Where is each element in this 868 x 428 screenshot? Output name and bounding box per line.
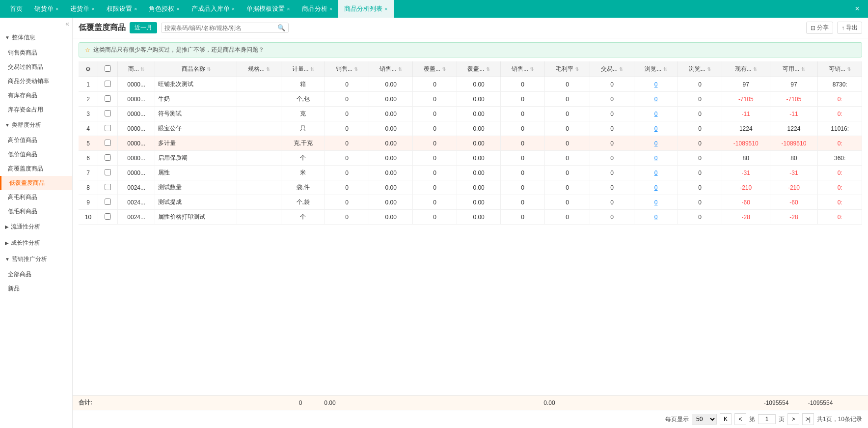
row-view1[interactable]: 0 — [634, 92, 678, 107]
per-page-select[interactable]: 50 20 100 200 — [692, 414, 717, 425]
prev-page-button[interactable]: < — [734, 413, 746, 425]
sidebar-item-in-stock[interactable]: 有库存商品 — [0, 88, 72, 103]
row-view1[interactable]: 0 — [634, 180, 678, 195]
row-select-checkbox[interactable] — [105, 154, 111, 161]
export-button[interactable]: ↑ 导出 — [837, 22, 862, 34]
col-current[interactable]: 现有... ⇅ — [722, 61, 770, 77]
select-all-checkbox[interactable] — [105, 65, 111, 72]
row-select-checkbox[interactable] — [105, 95, 111, 102]
row-select-checkbox[interactable] — [105, 213, 111, 220]
row-view1[interactable]: 0 — [634, 166, 678, 180]
sidebar-item-category-rate[interactable]: 商品分类动销率 — [0, 74, 72, 88]
row-checkbox[interactable] — [98, 151, 118, 166]
search-input[interactable] — [164, 25, 277, 31]
row-view1[interactable]: 0 — [634, 151, 678, 166]
nav-product-analysis-close[interactable]: × — [329, 6, 332, 12]
row-current: -1089510 — [722, 136, 770, 151]
nav-products-entry-close[interactable]: × — [232, 6, 235, 12]
sidebar-item-traded-products[interactable]: 交易过的商品 — [0, 60, 72, 74]
col-cover1[interactable]: 覆盖... ⇅ — [413, 61, 457, 77]
col-trade[interactable]: 交易... ⇅ — [590, 61, 634, 77]
col-code[interactable]: 商... ⇅ — [118, 61, 155, 77]
next-page-button[interactable]: > — [787, 413, 799, 425]
col-saleable[interactable]: 可销... ⇅ — [818, 61, 862, 77]
col-checkbox[interactable] — [98, 61, 118, 77]
row-checkbox[interactable] — [98, 166, 118, 180]
sidebar-item-sales-products[interactable]: 销售类商品 — [0, 46, 72, 60]
sidebar-item-inventory-capital[interactable]: 库存资金占用 — [0, 103, 72, 117]
col-spec[interactable]: 规格... ⇅ — [237, 61, 281, 77]
row-select-checkbox[interactable] — [105, 199, 111, 205]
nav-template-settings[interactable]: 单据模板设置 × — [241, 0, 296, 18]
col-sale-amount[interactable]: 销售... ⇅ — [369, 61, 412, 77]
col-view1[interactable]: 浏览... ⇅ — [634, 61, 678, 77]
nav-sales[interactable]: 销货单 × — [28, 0, 64, 18]
window-close-button[interactable]: × — [850, 0, 864, 18]
page-number-input[interactable] — [758, 414, 776, 424]
col-view2[interactable]: 浏览... ⇅ — [678, 61, 722, 77]
col-cover2[interactable]: 覆盖... ⇅ — [457, 61, 500, 77]
row-checkbox[interactable] — [98, 121, 118, 136]
sidebar-item-low-value[interactable]: 低价值商品 — [0, 147, 72, 162]
sidebar-section-marketing[interactable]: ▼ 营销推广分析 — [0, 251, 72, 267]
col-available[interactable]: 可用... ⇅ — [770, 61, 818, 77]
sidebar-section-liquidity[interactable]: ▶ 流通性分析 — [0, 219, 72, 235]
row-select-checkbox[interactable] — [105, 110, 111, 116]
nav-product-analysis-list-close[interactable]: × — [384, 6, 387, 12]
row-select-checkbox[interactable] — [105, 81, 111, 87]
col-sale3[interactable]: 销售... ⇅ — [501, 61, 544, 77]
nav-roles[interactable]: 角色授权 × — [143, 0, 185, 18]
nav-permissions-close[interactable]: × — [134, 6, 137, 12]
row-view1[interactable]: 0 — [634, 195, 678, 210]
date-filter-button[interactable]: 近一月 — [130, 22, 157, 33]
row-select-checkbox[interactable] — [105, 125, 111, 131]
nav-sales-close[interactable]: × — [55, 6, 58, 12]
col-unit[interactable]: 计量... ⇅ — [281, 61, 325, 77]
row-view1[interactable]: 0 — [634, 77, 678, 92]
row-view1[interactable]: 0 — [634, 210, 678, 225]
row-view1[interactable]: 0 — [634, 107, 678, 121]
row-view1[interactable]: 0 — [634, 121, 678, 136]
row-num: 2 — [79, 92, 98, 107]
row-checkbox[interactable] — [98, 77, 118, 92]
nav-product-analysis-list[interactable]: 商品分析列表 × — [338, 0, 393, 18]
row-select-checkbox[interactable] — [105, 169, 111, 175]
share-button[interactable]: ⊡ 分享 — [806, 22, 833, 34]
sidebar-item-new-products[interactable]: 新品 — [0, 282, 72, 296]
sidebar-item-high-value[interactable]: 高价值商品 — [0, 133, 72, 147]
first-page-button[interactable]: K — [720, 413, 732, 425]
col-gross[interactable]: 毛利率 ⇅ — [544, 61, 590, 77]
nav-roles-close[interactable]: × — [176, 6, 179, 12]
nav-products-entry[interactable]: 产成品入库单 × — [186, 0, 241, 18]
row-checkbox[interactable] — [98, 92, 118, 107]
sidebar-item-low-margin[interactable]: 低毛利商品 — [0, 204, 72, 219]
sidebar-section-growth[interactable]: ▶ 成长性分析 — [0, 235, 72, 251]
col-settings[interactable]: ⚙ — [79, 61, 98, 77]
nav-purchase[interactable]: 进货单 × — [64, 0, 100, 18]
row-view1[interactable]: 0 — [634, 136, 678, 151]
col-sale-qty[interactable]: 销售... ⇅ — [325, 61, 369, 77]
sidebar-section-overall[interactable]: ▼ 整体信息 — [0, 29, 72, 46]
sidebar-item-high-coverage[interactable]: 高覆盖度商品 — [0, 162, 72, 176]
row-select-checkbox[interactable] — [105, 184, 111, 190]
row-checkbox[interactable] — [98, 180, 118, 195]
row-checkbox[interactable] — [98, 136, 118, 151]
sidebar-collapse-button[interactable]: « — [0, 18, 72, 29]
row-select-checkbox[interactable] — [105, 140, 111, 146]
sidebar-item-low-coverage[interactable]: 低覆盖度商品 — [0, 176, 72, 190]
nav-product-analysis[interactable]: 商品分析 × — [296, 0, 338, 18]
row-checkbox[interactable] — [98, 107, 118, 121]
nav-purchase-close[interactable]: × — [91, 6, 94, 12]
row-current: 97 — [722, 77, 770, 92]
sidebar-item-high-margin[interactable]: 高毛利商品 — [0, 190, 72, 204]
col-name[interactable]: 商品名称 ⇅ — [155, 61, 237, 77]
nav-template-settings-close[interactable]: × — [287, 6, 290, 12]
row-checkbox[interactable] — [98, 195, 118, 210]
sidebar-section-group-analysis[interactable]: ▼ 类群度分析 — [0, 117, 72, 133]
row-saleable: 0: — [818, 195, 862, 210]
nav-home[interactable]: 首页 — [4, 0, 28, 18]
row-checkbox[interactable] — [98, 210, 118, 225]
last-page-button[interactable]: >| — [802, 413, 814, 425]
sidebar-item-all-products[interactable]: 全部商品 — [0, 267, 72, 282]
nav-permissions[interactable]: 权限设置 × — [101, 0, 143, 18]
